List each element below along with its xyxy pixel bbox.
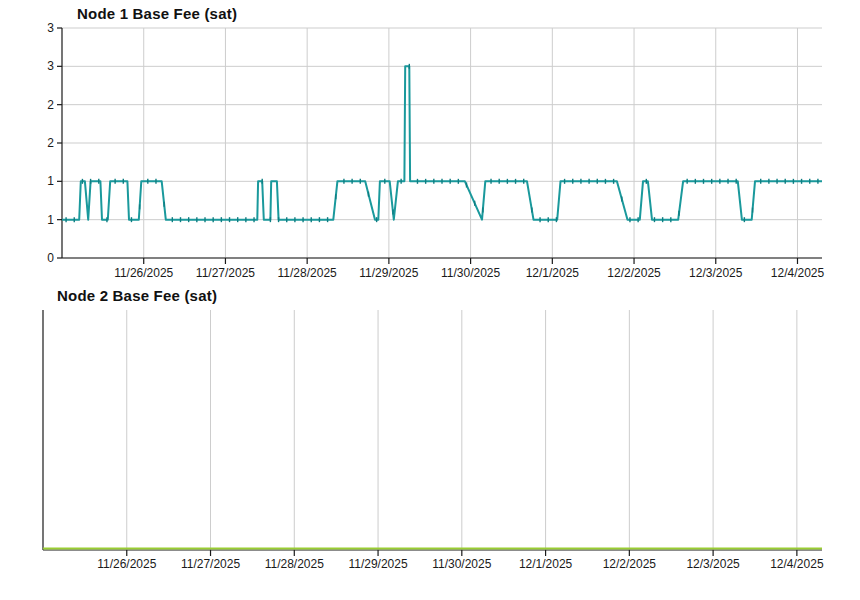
x-axis-tick-label: 11/27/2025: [181, 557, 240, 571]
x-axis-tick-label: 12/3/2025: [689, 266, 743, 280]
x-axis-tick-label: 12/1/2025: [526, 266, 580, 280]
x-axis-tick-label: 12/3/2025: [686, 557, 740, 571]
x-axis-tick-label: 11/28/2025: [265, 557, 324, 571]
y-axis-tick-label: 3: [47, 59, 54, 73]
x-axis-tick-label: 11/27/2025: [196, 266, 255, 280]
x-axis-tick-label: 12/2/2025: [603, 557, 657, 571]
y-axis-tick-label: 2: [47, 98, 54, 112]
x-axis-tick-label: 11/30/2025: [441, 266, 500, 280]
x-axis-tick-label: 11/29/2025: [348, 557, 407, 571]
x-axis-tick-label: 11/26/2025: [97, 557, 156, 571]
x-axis-tick-label: 11/28/2025: [278, 266, 337, 280]
y-axis-tick-label: 2: [47, 136, 54, 150]
x-axis-tick-label: 11/29/2025: [359, 266, 418, 280]
y-axis-tick-label: 0: [47, 251, 54, 265]
y-axis-tick-label: 1: [47, 213, 54, 227]
x-axis-tick-label: 12/4/2025: [770, 557, 824, 571]
node2-chart-canvas: 11/26/202511/27/202511/28/202511/29/2025…: [0, 285, 860, 600]
x-axis-tick-label: 12/2/2025: [607, 266, 661, 280]
x-axis-tick-label: 12/1/2025: [519, 557, 573, 571]
y-axis-tick-label: 3: [47, 21, 54, 35]
x-axis-tick-label: 11/30/2025: [432, 557, 491, 571]
x-axis-tick-label: 12/4/2025: [771, 266, 825, 280]
node1-chart-canvas: 11/26/202511/27/202511/28/202511/29/2025…: [0, 0, 860, 285]
y-axis-tick-label: 1: [47, 174, 54, 188]
x-axis-tick-label: 11/26/2025: [114, 266, 173, 280]
dual-chart-panel: Node 1 Base Fee (sat) 11/26/202511/27/20…: [0, 0, 860, 600]
